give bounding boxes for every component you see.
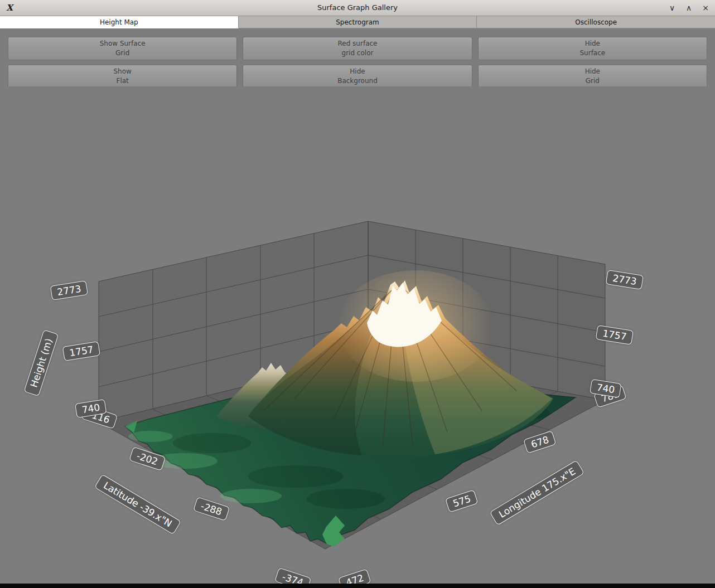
button-label-line: Hide [479, 39, 707, 48]
show-flat-button[interactable]: Show Flat [8, 65, 237, 88]
button-label-line: Surface [479, 48, 707, 58]
button-label-line: Red surface [243, 39, 471, 48]
window-title: Surface Graph Gallery [0, 0, 715, 16]
tab-height-map[interactable]: Height Map [0, 16, 239, 28]
button-label-line: Hide [479, 67, 707, 76]
tab-spectrogram[interactable]: Spectrogram [239, 16, 477, 28]
tab-oscilloscope[interactable]: Oscilloscope [477, 16, 715, 28]
maximize-button[interactable]: ∧ [683, 2, 695, 14]
red-surface-grid-color-button[interactable]: Red surface grid color [243, 37, 472, 60]
window-controls: ∨ ∧ × [666, 0, 712, 16]
surface-plot-area[interactable]: 2773 1757 -116 740 Height (m) 2773 1757 … [0, 86, 715, 584]
button-label-line: Show Surface [8, 39, 236, 48]
button-label-line: Grid [8, 48, 236, 58]
button-label-line: Flat [8, 76, 236, 86]
titlebar: X Surface Graph Gallery ∨ ∧ × [0, 0, 715, 16]
hide-grid-button[interactable]: Hide Grid [478, 65, 707, 88]
close-button[interactable]: × [699, 2, 712, 14]
button-label-line: grid color [243, 48, 471, 58]
hide-background-button[interactable]: Hide Background [243, 65, 472, 88]
shade-button[interactable]: ∨ [666, 2, 678, 14]
button-label-line: Background [243, 76, 471, 86]
show-surface-grid-button[interactable]: Show Surface Grid [8, 37, 237, 60]
hide-surface-button[interactable]: Hide Surface [478, 37, 707, 60]
tab-bar: Height Map Spectrogram Oscilloscope [0, 16, 715, 28]
button-label-line: Grid [479, 76, 707, 86]
button-label-line: Hide [243, 67, 471, 76]
bottom-edge-bar [0, 584, 715, 588]
control-button-panel: Show Surface Grid Red surface grid color… [0, 28, 715, 86]
button-label-line: Show [8, 67, 236, 76]
